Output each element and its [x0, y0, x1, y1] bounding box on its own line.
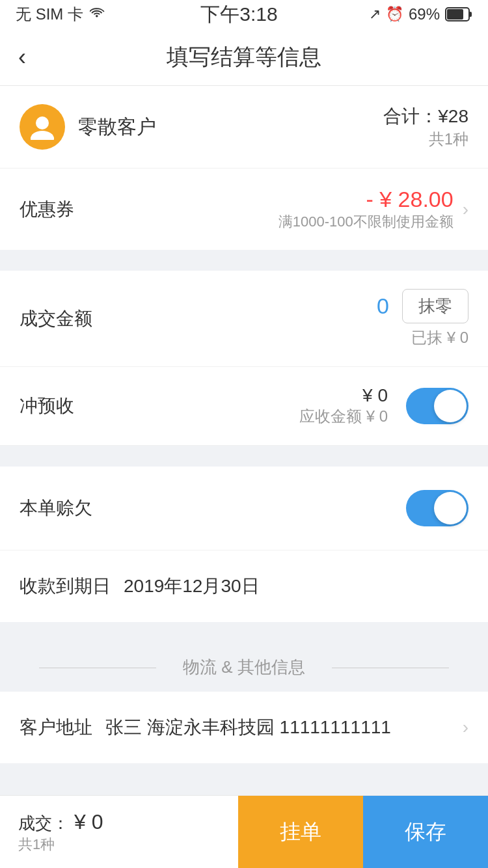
section-divider-1 — [0, 260, 488, 271]
nav-bar: ‹ 填写结算等信息 — [0, 29, 488, 86]
customer-total: 合计：¥28 — [383, 104, 468, 129]
bottom-count: 共1种 — [18, 835, 220, 854]
round-button[interactable]: 抹零 — [402, 289, 468, 323]
customer-left: 零散客户 — [20, 104, 156, 150]
prepayment-label: 冲预收 — [20, 394, 74, 418]
bottom-deal-label: 成交： — [18, 812, 69, 835]
bottom-amount: ¥ 0 — [74, 810, 103, 834]
prepayment-amount: ¥ 0 — [299, 385, 388, 406]
address-label: 客户地址 — [20, 715, 92, 740]
due-date-value[interactable]: 2019年12月30日 — [124, 574, 260, 599]
section-divider-2 — [0, 456, 488, 467]
logistics-label: 物流 & 其他信息 — [183, 657, 305, 677]
due-date-row: 收款到期日 2019年12月30日 — [0, 550, 488, 622]
address-card: 客户地址 张三 海淀永丰科技园 11111111111 › — [0, 692, 488, 763]
transaction-sub-text: 已抹 ¥ 0 — [411, 327, 468, 348]
save-button[interactable]: 保存 — [363, 796, 488, 869]
svg-point-3 — [36, 116, 49, 129]
status-right-area: ↗ ⏰ 69% — [369, 5, 472, 23]
address-row[interactable]: 客户地址 张三 海淀永丰科技园 11111111111 › — [0, 692, 488, 763]
battery-icon — [445, 7, 472, 21]
customer-card: 零散客户 合计：¥28 共1种 优惠券 - ¥ 28.00 满1000-100不… — [0, 86, 488, 250]
prepayment-toggle-knob — [434, 390, 467, 422]
bottom-info: 成交： ¥ 0 共1种 — [0, 810, 238, 854]
svg-rect-1 — [469, 12, 472, 17]
transaction-amount-input[interactable]: 0 — [363, 293, 389, 319]
customer-count: 共1种 — [383, 129, 468, 150]
coupon-label: 优惠券 — [20, 197, 74, 222]
customer-row: 零散客户 合计：¥28 共1种 — [0, 86, 488, 168]
back-button[interactable]: ‹ — [18, 44, 26, 71]
alarm-icon: ⏰ — [386, 6, 403, 23]
credit-label: 本单赊欠 — [20, 496, 92, 521]
prepayment-toggle-row: ¥ 0 应收金额 ¥ 0 — [299, 385, 468, 427]
coupon-amount: - ¥ 28.00 — [278, 187, 454, 212]
address-value: 张三 海淀永丰科技园 11111111111 — [105, 715, 456, 740]
svg-rect-2 — [447, 9, 463, 20]
hang-button[interactable]: 挂单 — [238, 796, 363, 869]
customer-right: 合计：¥28 共1种 — [383, 104, 468, 150]
transaction-label: 成交金额 — [20, 306, 92, 331]
credit-row: 本单赊欠 — [0, 467, 488, 550]
status-time: 下午3:18 — [200, 1, 277, 28]
credit-card: 本单赊欠 收款到期日 2019年12月30日 — [0, 467, 488, 622]
avatar-icon — [29, 114, 55, 140]
wifi-icon — [90, 7, 109, 21]
prepayment-row: 冲预收 ¥ 0 应收金额 ¥ 0 — [0, 367, 488, 446]
coupon-description: 满1000-100不限制使用金额 — [278, 212, 454, 232]
transaction-value-area: 0 抹零 已抹 ¥ 0 — [363, 289, 468, 348]
section-divider-3 — [0, 632, 488, 643]
customer-name: 零散客户 — [78, 114, 156, 141]
transaction-value-row: 0 抹零 — [363, 289, 468, 323]
transaction-card: 成交金额 0 抹零 已抹 ¥ 0 冲预收 ¥ 0 应收金额 ¥ 0 — [0, 271, 488, 446]
location-icon: ↗ — [369, 6, 381, 23]
status-carrier-area: 无 SIM 卡 — [16, 4, 109, 25]
coupon-right: - ¥ 28.00 满1000-100不限制使用金额 › — [278, 187, 468, 232]
nav-title: 填写结算等信息 — [167, 42, 321, 72]
content-area: 零散客户 合计：¥28 共1种 优惠券 - ¥ 28.00 满1000-100不… — [0, 86, 488, 852]
credit-toggle[interactable] — [406, 490, 468, 526]
prepayment-sub: 应收金额 ¥ 0 — [299, 406, 388, 427]
coupon-chevron-icon: › — [463, 199, 468, 220]
coupon-row[interactable]: 优惠券 - ¥ 28.00 满1000-100不限制使用金额 › — [0, 168, 488, 250]
carrier-text: 无 SIM 卡 — [16, 4, 83, 25]
logistics-header: 物流 & 其他信息 — [0, 643, 488, 692]
svg-point-4 — [31, 131, 54, 140]
address-chevron-icon: › — [463, 717, 468, 738]
status-bar: 无 SIM 卡 下午3:18 ↗ ⏰ 69% — [0, 0, 488, 29]
prepayment-toggle[interactable] — [406, 388, 468, 424]
transaction-row: 成交金额 0 抹零 已抹 ¥ 0 — [0, 271, 488, 367]
battery-text: 69% — [409, 5, 440, 23]
credit-toggle-knob — [434, 492, 467, 524]
customer-avatar — [20, 104, 65, 150]
prepayment-right: ¥ 0 应收金额 ¥ 0 — [299, 385, 468, 427]
due-date-label: 收款到期日 — [20, 574, 111, 599]
bottom-bar: 成交： ¥ 0 共1种 挂单 保存 — [0, 795, 488, 868]
